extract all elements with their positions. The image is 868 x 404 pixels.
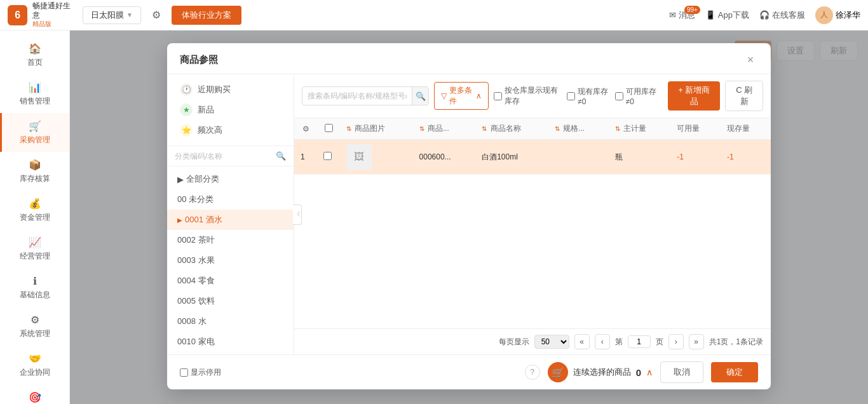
sidebar-item-purchase[interactable]: 🛒 采购管理 (0, 113, 69, 152)
user-avatar-area[interactable]: 人 徐泽华 (815, 6, 860, 24)
current-stock-checkbox[interactable] (567, 92, 575, 100)
sidebar-item-enterprise[interactable]: 🤝 企业协同 (0, 346, 69, 384)
table-header-row: ⚙ ⇅ 商品图片 (294, 118, 771, 140)
sidebar-item-inventory[interactable]: 📦 库存核算 (0, 152, 69, 191)
cart-area[interactable]: 🛒 连续选择的商品 0 ∧ (548, 362, 653, 382)
th-name: ⇅ 商品名称 (475, 118, 548, 140)
cat-0005[interactable]: 0005 饮料 (167, 291, 294, 311)
total-records-label: 共1页，1条记录 (709, 337, 763, 347)
cat-0010[interactable]: 0010 家电 (167, 332, 294, 352)
product-search-icon-button[interactable]: 🔍 (412, 86, 428, 105)
filter-freq[interactable]: ⭐ 频次高 (175, 120, 286, 140)
warehouse-stock-checkbox[interactable] (494, 92, 502, 100)
trial-button[interactable]: 体验行业方案 (172, 6, 241, 25)
last-page-button[interactable]: » (689, 334, 704, 349)
th-code-label: 商品... (428, 124, 449, 133)
prev-page-button[interactable]: ‹ (595, 334, 610, 349)
product-search-input[interactable] (302, 91, 412, 100)
checkbox-warehouse-stock[interactable]: 按仓库显示现有库存 (494, 85, 562, 107)
show-disabled-checkbox[interactable] (180, 368, 188, 377)
table-row[interactable]: 1 🖼 (294, 140, 771, 175)
cat-0001-arrow: ▶ (177, 217, 182, 224)
cat-00[interactable]: 00 未分类 (167, 189, 294, 210)
show-disabled-checkbox-label[interactable]: 显示停用 (180, 367, 221, 378)
page-number-input[interactable] (628, 335, 651, 348)
dialog-close-button[interactable]: × (743, 52, 758, 67)
filter-recent[interactable]: 🕐 近期购买 (175, 79, 286, 100)
sidebar-item-sales[interactable]: 📊 销售管理 (0, 74, 69, 113)
avatar: 人 (815, 6, 833, 24)
checkbox-available-stock-nonzero[interactable]: 可用库存≠0 (615, 86, 658, 106)
per-page-select[interactable]: 50 100 200 (534, 335, 569, 349)
sidebar-label-inventory: 库存核算 (20, 173, 50, 184)
image-placeholder-icon: 🖼 (354, 151, 364, 163)
sidebar-label-operations: 经营管理 (20, 251, 50, 262)
cat-0001-label: 0001 酒水 (185, 214, 222, 226)
add-product-button[interactable]: + 新增商品 (668, 81, 720, 111)
td-available: -1 (670, 140, 721, 175)
sidebar-item-operations[interactable]: 📈 经营管理 (0, 229, 69, 268)
cat-0010-label: 0010 家电 (177, 336, 215, 347)
cat-0001[interactable]: ▶ 0001 酒水 (167, 210, 294, 230)
row-checkbox[interactable] (323, 152, 332, 160)
cat-0003[interactable]: 0003 水果 (167, 250, 294, 271)
filter-icon: ▽ (441, 91, 447, 100)
logo-icon: 6 (8, 5, 27, 25)
th-code: ⇅ 商品... (413, 118, 476, 140)
cart-count: 0 (636, 367, 641, 378)
td-image: 🖼 (340, 140, 413, 175)
store-selector[interactable]: 日太阳膜 ▼ (83, 6, 141, 24)
messages-nav-item[interactable]: ✉ 消息 99+ (669, 10, 695, 21)
cat-0002[interactable]: 0002 茶叶 (167, 230, 294, 250)
th-unit: ⇅ 主计量 (609, 118, 671, 140)
pagination-bar: 每页显示 50 100 200 « ‹ 第 页 › (294, 328, 771, 354)
settings-icon[interactable]: ⚙ (146, 5, 166, 25)
td-unit: 瓶 (609, 140, 671, 175)
available-stock-checkbox[interactable] (615, 92, 623, 100)
recent-icon: 🕐 (180, 83, 193, 96)
th-image-label: 商品图片 (355, 124, 385, 133)
next-page-button[interactable]: › (668, 334, 684, 349)
sidebar-item-home[interactable]: 🏠 首页 (0, 36, 69, 74)
sales-icon: 📊 (29, 81, 41, 93)
filter-new[interactable]: ★ 新品 (175, 100, 286, 120)
cat-all[interactable]: ▶ 全部分类 (167, 169, 294, 189)
refresh-button[interactable]: C 刷新 (725, 81, 763, 111)
confirm-button[interactable]: 确定 (711, 362, 758, 382)
filter-new-label: 新品 (198, 104, 214, 116)
checkbox-current-stock-nonzero[interactable]: 现有库存≠0 (567, 86, 609, 106)
category-search-icon[interactable]: 🔍 (276, 151, 286, 161)
cat-0008[interactable]: 0008 水 (167, 311, 294, 332)
selector-arrow-icon: ▼ (126, 11, 133, 18)
sidebar-item-system[interactable]: ⚙ 系统管理 (0, 307, 69, 346)
online-service-item[interactable]: 🎧 在线客服 (759, 10, 805, 21)
online-service-label: 在线客服 (772, 10, 805, 21)
product-image: 🖼 (346, 144, 372, 170)
messages-badge: 99+ (684, 6, 700, 14)
first-page-button[interactable]: « (574, 334, 590, 349)
more-filters-label: 更多条件 (449, 85, 473, 107)
help-icon-button[interactable]: ? (525, 365, 540, 380)
cancel-button[interactable]: 取消 (660, 361, 703, 383)
warehouse-stock-label: 按仓库显示现有库存 (505, 85, 562, 107)
category-search-bar: 🔍 (167, 146, 294, 166)
sidebar-item-guide[interactable]: 🎯 新手引导 (0, 384, 69, 404)
system-icon: ⚙ (29, 313, 41, 326)
product-reference-dialog: 商品参照 × 🕐 近期购买 (167, 43, 771, 389)
sidebar-item-finance[interactable]: 💰 资金管理 (0, 191, 69, 229)
select-all-checkbox[interactable] (325, 124, 333, 132)
category-search-input[interactable] (175, 152, 272, 161)
th-stock-label: 现存量 (727, 124, 750, 133)
th-checkbox (317, 118, 340, 140)
th-image: ⇅ 商品图片 (340, 118, 413, 140)
td-checkbox (317, 140, 340, 175)
purchase-icon: 🛒 (29, 119, 41, 132)
sidebar-item-basic-info[interactable]: ℹ 基础信息 (0, 268, 69, 307)
collapse-left-panel-button[interactable]: 《 (293, 205, 302, 225)
cat-0004[interactable]: 0004 零食 (167, 271, 294, 291)
app-download-item[interactable]: 📱 App下载 (705, 10, 749, 21)
td-spec (548, 140, 609, 175)
more-filters-button[interactable]: ▽ 更多条件 ∧ (434, 82, 489, 110)
product-table: ⚙ ⇅ 商品图片 (294, 118, 771, 175)
cart-collapse-icon[interactable]: ∧ (646, 367, 653, 377)
